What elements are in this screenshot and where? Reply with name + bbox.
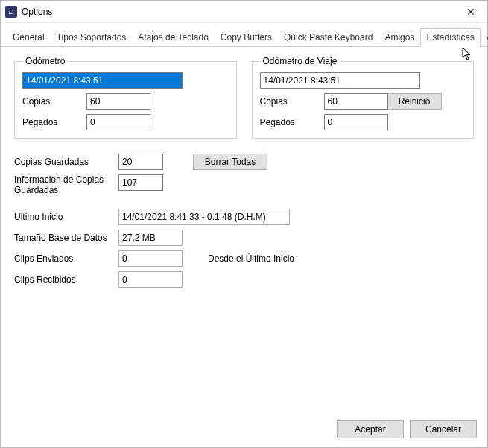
clips-recv-value: 0: [118, 271, 183, 288]
odometer-copies-input[interactable]: [86, 93, 150, 110]
since-last-start-label: Desde el Último Inicio: [208, 253, 294, 264]
trip-copies-input[interactable]: [324, 93, 388, 110]
info-saved-input[interactable]: [118, 174, 163, 191]
odometer-copies-label: Copias: [22, 96, 86, 107]
copies-saved-label: Copias Guardadas: [14, 157, 118, 167]
copies-saved-input[interactable]: [118, 154, 163, 170]
tab-estadisticas[interactable]: Estadísticas: [420, 28, 481, 47]
last-start-value: 14/01/2021 8:41:33 - 0.1.48 (D.H.M): [118, 209, 290, 225]
trip-odometer-legend: Odómetro de Viaje: [260, 56, 340, 66]
clips-sent-value: 0: [118, 250, 183, 267]
trip-odometer-timestamp[interactable]: [260, 72, 420, 89]
tab-quick-paste-keyboard[interactable]: Quick Paste Keyboard: [278, 28, 378, 47]
trip-pastes-label: Pegados: [260, 117, 324, 127]
button-bar: Aceptar Cancelar: [1, 413, 487, 447]
tab-tipos-soportados[interactable]: Tipos Soportados: [51, 28, 133, 47]
odometer-pastes-input[interactable]: [86, 114, 150, 130]
tab-content: Odómetro Copias Pegados Odómetro de Viaj…: [1, 47, 487, 413]
clips-sent-label: Clips Enviados: [14, 253, 118, 264]
close-icon: ✕: [466, 6, 475, 18]
odometer-pastes-label: Pegados: [22, 117, 86, 127]
options-window: D Options ✕ General Tipos Soportados Ata…: [0, 0, 488, 448]
window-title: Options: [22, 7, 454, 17]
ok-button[interactable]: Aceptar: [337, 420, 404, 438]
clips-recv-label: Clips Recibidos: [14, 274, 118, 285]
delete-all-button[interactable]: Borrar Todas: [193, 154, 267, 170]
db-size-value: 27,2 MB: [118, 230, 183, 246]
titlebar: D Options ✕: [1, 1, 487, 23]
close-button[interactable]: ✕: [454, 1, 487, 23]
trip-pastes-input[interactable]: [324, 114, 388, 130]
cancel-button[interactable]: Cancelar: [410, 420, 477, 438]
tab-amigos[interactable]: Amigos: [378, 28, 420, 47]
trip-odometer-group: Odómetro de Viaje Copias Reinicio Pegado…: [252, 56, 475, 139]
info-saved-label: Informacion de Copias Guardadas: [14, 174, 118, 195]
last-start-label: Ultimo Inicio: [14, 212, 118, 222]
trip-copies-label: Copias: [260, 96, 324, 107]
app-icon: D: [5, 6, 17, 18]
tab-copy-buffers[interactable]: Copy Buffers: [215, 28, 278, 47]
tabstrip: General Tipos Soportados Atajos de Tecla…: [1, 23, 487, 47]
tab-acerca-de[interactable]: Acerca de: [481, 28, 488, 47]
db-size-label: Tamaño Base de Datos: [14, 233, 118, 243]
tab-atajos-teclado[interactable]: Atajos de Teclado: [132, 28, 215, 47]
odometer-legend: Odómetro: [22, 56, 68, 66]
odometer-group: Odómetro Copias Pegados: [14, 56, 237, 139]
tab-general[interactable]: General: [7, 28, 51, 47]
reset-button[interactable]: Reinicio: [388, 93, 442, 110]
odometer-timestamp[interactable]: [22, 72, 183, 89]
